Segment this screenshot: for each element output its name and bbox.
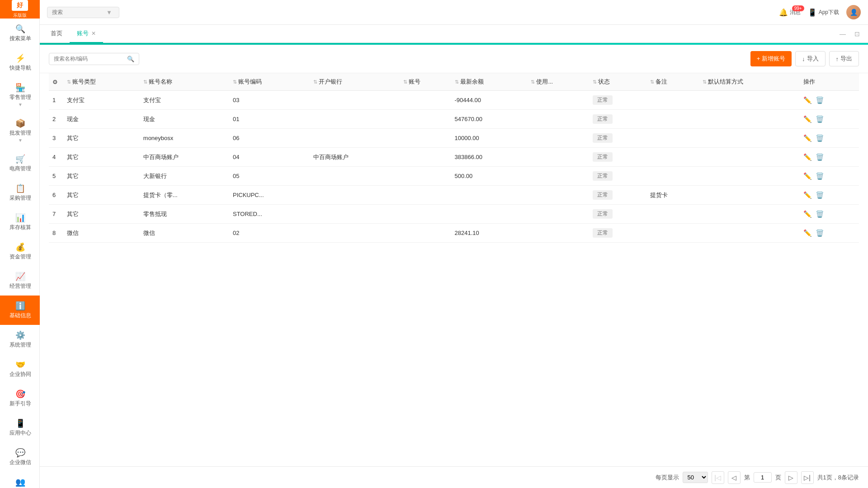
row-account <box>400 167 451 186</box>
user-avatar[interactable]: 👤 <box>846 5 861 19</box>
sidebar-item-label: 系统管理 <box>1 341 40 349</box>
sidebar-item-finance[interactable]: 💰 资金管理 <box>0 237 40 266</box>
row-status: 正常 <box>589 167 646 186</box>
delete-icon[interactable]: 🗑️ <box>816 134 824 142</box>
row-status: 正常 <box>589 224 646 243</box>
import-button[interactable]: ↓ 导入 <box>795 51 826 66</box>
sidebar-item-wholesale[interactable]: 📦 批发管理 ▼ <box>0 113 40 149</box>
row-id: 4 <box>49 148 63 167</box>
edit-icon[interactable]: ✏️ <box>803 172 812 180</box>
accounts-table: ⚙ 账号类型 账号名称 账号编码 开户银行 账号 最新余额 使用... 状态 备… <box>49 73 859 243</box>
delete-icon[interactable]: 🗑️ <box>816 191 824 199</box>
th-balance[interactable]: 最新余额 <box>451 73 528 91</box>
row-balance: 10000.00 <box>451 129 528 148</box>
row-bank <box>310 224 399 243</box>
edit-icon[interactable]: ✏️ <box>803 115 812 123</box>
window-minimize-button[interactable]: — <box>835 27 850 41</box>
first-page-button[interactable]: |◁ <box>712 471 724 484</box>
row-id: 2 <box>49 110 63 129</box>
edit-icon[interactable]: ✏️ <box>803 153 812 161</box>
delete-icon[interactable]: 🗑️ <box>816 115 824 123</box>
operation-icon: 📈 <box>1 272 40 282</box>
next-page-button[interactable]: ▷ <box>785 471 797 484</box>
row-default-settle <box>699 186 800 205</box>
sidebar-item-label: 新手引导 <box>1 400 40 408</box>
topbar-left: ▼ <box>47 7 119 18</box>
row-balance: -90444.00 <box>451 91 528 110</box>
row-usage <box>527 110 589 129</box>
th-account-name[interactable]: 账号名称 <box>140 73 229 91</box>
topbar-search-input[interactable] <box>52 9 106 15</box>
row-name: 微信 <box>140 224 229 243</box>
delete-icon[interactable]: 🗑️ <box>816 96 824 104</box>
page-label: 第 <box>744 474 750 482</box>
topbar: ▼ 🔔 消息 99+ 📱 App下载 👤 <box>40 0 868 25</box>
sidebar-item-ecommerce[interactable]: 🛒 电商管理 <box>0 149 40 178</box>
row-type: 微信 <box>63 224 140 243</box>
row-account <box>400 110 451 129</box>
sidebar-item-inventory[interactable]: 📊 库存核算 <box>0 207 40 237</box>
sidebar-item-newbie[interactable]: 🎯 新手引导 <box>0 384 40 413</box>
sidebar-item-collab[interactable]: 🤝 企业协同 <box>0 354 40 384</box>
sidebar-item-app-center[interactable]: 📱 应用中心 <box>0 413 40 442</box>
sidebar-item-label: 快捷导航 <box>1 64 40 72</box>
row-code: 01 <box>229 110 310 129</box>
sidebar-item-basic-info[interactable]: ℹ️ 基础信息 <box>0 296 40 325</box>
row-name: moneybosx <box>140 129 229 148</box>
th-account-number[interactable]: 账号 <box>400 73 451 91</box>
edit-icon[interactable]: ✏️ <box>803 134 812 142</box>
delete-icon[interactable]: 🗑️ <box>816 229 824 237</box>
last-page-button[interactable]: ▷| <box>801 471 814 484</box>
account-search-box[interactable]: 🔍 <box>49 53 139 65</box>
row-usage <box>527 148 589 167</box>
th-note[interactable]: 备注 <box>646 73 699 91</box>
delete-icon[interactable]: 🗑️ <box>816 210 824 218</box>
table-row: 1 支付宝 支付宝 03 -90444.00 正常 ✏️ 🗑️ <box>49 91 859 110</box>
th-usage[interactable]: 使用... <box>527 73 589 91</box>
page-input[interactable] <box>754 472 772 483</box>
tab-home[interactable]: 首页 <box>43 25 70 43</box>
row-id: 6 <box>49 186 63 205</box>
add-account-button[interactable]: + 新增账号 <box>750 51 792 66</box>
sidebar-item-wechat-work[interactable]: 💬 企业微信 <box>0 442 40 472</box>
sidebar-item-quick-nav[interactable]: ⚡ 快捷导航 <box>0 48 40 77</box>
row-default-settle <box>699 110 800 129</box>
prev-page-button[interactable]: ◁ <box>728 471 741 484</box>
row-id: 3 <box>49 129 63 148</box>
message-button[interactable]: 🔔 消息 99+ <box>779 8 801 17</box>
page-suffix-label: 页 <box>775 474 781 482</box>
export-button[interactable]: ↑ 导出 <box>829 51 859 66</box>
row-code: STORED... <box>229 205 310 224</box>
delete-icon[interactable]: 🗑️ <box>816 153 824 161</box>
th-settings[interactable]: ⚙ <box>49 73 63 91</box>
account-search-input[interactable] <box>54 56 127 62</box>
sidebar-item-system[interactable]: ⚙️ 系统管理 <box>0 325 40 354</box>
topbar-search-box[interactable]: ▼ <box>47 7 119 18</box>
table-row: 4 其它 中百商场账户 04 中百商场账户 383866.00 正常 ✏️ 🗑️ <box>49 148 859 167</box>
row-type: 其它 <box>63 205 140 224</box>
sidebar-item-operation[interactable]: 📈 经营管理 <box>0 266 40 296</box>
sidebar-item-purchase[interactable]: 📋 采购管理 <box>0 178 40 207</box>
sidebar-item-search[interactable]: 🔍 搜索菜单 <box>0 19 40 48</box>
page-size-select[interactable]: 50 100 200 <box>683 472 708 483</box>
th-bank[interactable]: 开户银行 <box>310 73 399 91</box>
sidebar-item-retail[interactable]: 🏪 零售管理 ▼ <box>0 77 40 113</box>
edit-icon[interactable]: ✏️ <box>803 210 812 218</box>
tab-account[interactable]: 账号 ✕ <box>70 25 103 43</box>
edit-icon[interactable]: ✏️ <box>803 229 812 237</box>
th-account-type[interactable]: 账号类型 <box>63 73 140 91</box>
edit-icon[interactable]: ✏️ <box>803 96 812 104</box>
sidebar-item-member[interactable]: 👥 畅会员 <box>0 472 40 488</box>
app-download-button[interactable]: 📱 App下载 <box>808 8 839 17</box>
edit-icon[interactable]: ✏️ <box>803 191 812 199</box>
th-status[interactable]: 状态 <box>589 73 646 91</box>
tab-close-icon[interactable]: ✕ <box>91 30 96 37</box>
sidebar-item-label: 批发管理 <box>1 129 40 137</box>
row-usage <box>527 129 589 148</box>
window-maximize-button[interactable]: ⊡ <box>850 27 864 41</box>
delete-icon[interactable]: 🗑️ <box>816 172 824 180</box>
th-account-code[interactable]: 账号编码 <box>229 73 310 91</box>
th-default-settle[interactable]: 默认结算方式 <box>699 73 800 91</box>
logo-icon: 好 <box>12 0 28 11</box>
row-id: 8 <box>49 224 63 243</box>
